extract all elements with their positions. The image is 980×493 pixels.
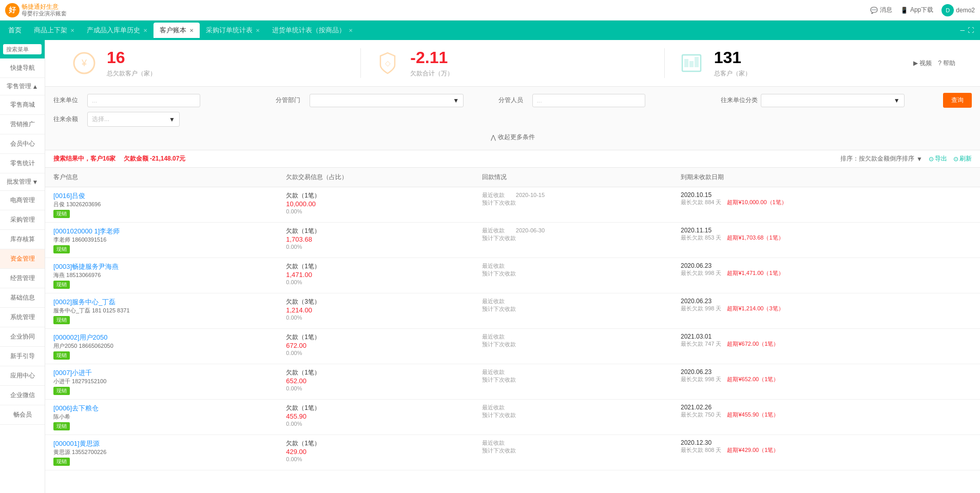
overdue-amount-7[interactable]: 429.00 bbox=[286, 448, 466, 456]
collapse-row[interactable]: ⋀ 收起更多条件 bbox=[53, 131, 972, 144]
source-unit-input[interactable]: ... bbox=[87, 94, 200, 107]
sidebar-item-ops-mgmt[interactable]: 经营管理 bbox=[0, 269, 45, 288]
sidebar-item-inventory[interactable]: 库存核算 bbox=[0, 230, 45, 249]
sidebar-item-finance[interactable]: 资金管理 bbox=[0, 249, 45, 269]
overdue-amount-6[interactable]: 455.90 bbox=[286, 412, 466, 420]
balance-select[interactable]: 选择... ▼ bbox=[87, 112, 180, 127]
next-pay-label-7: 预计下次收款 bbox=[482, 447, 664, 455]
overdue-days-1: 最长欠款 853 天 超期¥1,703.68（1笔） bbox=[681, 234, 972, 242]
data-table: 客户信息 欠款交易信息（占比） 回款情况 到期未收款日期 [0016]吕俊 吕俊… bbox=[45, 168, 980, 470]
overdue-link-0[interactable]: 超期¥10,000.00（1笔） bbox=[727, 199, 786, 205]
customer-name-7[interactable]: [000001]黄思源 bbox=[53, 439, 270, 448]
filter-unit-class-label: 往来单位分类 bbox=[721, 96, 758, 105]
export-button[interactable]: ⊙ 导出 bbox=[929, 154, 947, 163]
stat-value-total-customers: 131 bbox=[714, 48, 751, 67]
sidebar-item-members[interactable]: 会员中心 bbox=[0, 134, 45, 154]
sidebar-item-retail-stats[interactable]: 零售统计 bbox=[0, 154, 45, 173]
tab-home[interactable]: 首页 bbox=[2, 23, 28, 38]
sidebar-item-app-center[interactable]: 应用中心 bbox=[0, 366, 45, 386]
user-btn[interactable]: D demo2 bbox=[941, 4, 975, 16]
overdue-link-6[interactable]: 超期¥455.90（1笔） bbox=[727, 411, 779, 418]
cell-overdue-0: 欠款（1笔） 10,000.00 0.00% bbox=[278, 187, 474, 223]
customer-phone-5: 小进千 18279152100 bbox=[53, 378, 270, 385]
tab-inbound-stats[interactable]: 进货单统计表（按商品） ✕ bbox=[266, 23, 359, 38]
table-row: [0001020000 1]李老师 李老师 18600391516 现销 欠款（… bbox=[45, 223, 980, 258]
sidebar-item-basic-info[interactable]: 基础信息 bbox=[0, 288, 45, 308]
tab-purchase-order[interactable]: 采购订单统计表 ✕ bbox=[200, 23, 266, 38]
customer-name-4[interactable]: [000002]用户2050 bbox=[53, 333, 270, 342]
cell-due-date-1: 2020.11.15 最长欠款 853 天 超期¥1,703.68（1笔） bbox=[672, 223, 980, 258]
stat-label-overdue-customers: 总欠款客户（家） bbox=[107, 69, 156, 78]
overdue-link-7[interactable]: 超期¥429.00（1笔） bbox=[727, 447, 779, 453]
search-input[interactable] bbox=[3, 44, 42, 54]
close-icon[interactable]: ✕ bbox=[70, 28, 74, 33]
close-icon[interactable]: ✕ bbox=[349, 28, 353, 33]
overdue-amount-1[interactable]: 1,703.68 bbox=[286, 235, 466, 243]
overdue-pct-2: 0.00% bbox=[286, 279, 302, 285]
sidebar-item-label: 零售商城 bbox=[0, 101, 45, 109]
overdue-amount-5[interactable]: 652.00 bbox=[286, 377, 466, 385]
search-button[interactable]: 查询 bbox=[943, 93, 972, 108]
overdue-link-1[interactable]: 超期¥1,703.68（1笔） bbox=[727, 234, 783, 241]
sidebar-item-enterprise-collab[interactable]: 企业协同 bbox=[0, 327, 45, 347]
mobile-icon: 📱 bbox=[900, 7, 908, 14]
sidebar-item-retail-store[interactable]: 零售商城 bbox=[0, 95, 45, 115]
help-btn[interactable]: ? 帮助 bbox=[938, 59, 955, 68]
refresh-button[interactable]: ⊙ 刷新 bbox=[953, 154, 972, 163]
overdue-link-3[interactable]: 超期¥1,214.00（3笔） bbox=[727, 305, 783, 311]
customer-name-1[interactable]: [0001020000 1]李老师 bbox=[53, 227, 270, 236]
sort-label: 排序：按欠款金额倒序排序 bbox=[840, 154, 914, 163]
unit-class-select[interactable]: ▼ bbox=[761, 94, 905, 107]
overdue-link-5[interactable]: 超期¥652.00（1笔） bbox=[727, 376, 779, 382]
customer-name-6[interactable]: [0006]去下粮仓 bbox=[53, 404, 270, 413]
overdue-pct-5: 0.00% bbox=[286, 385, 302, 391]
overdue-amount-0[interactable]: 10,000.00 bbox=[286, 200, 466, 208]
overdue-amount-2[interactable]: 1,471.00 bbox=[286, 271, 466, 279]
app-download-btn[interactable]: 📱 App下载 bbox=[900, 6, 933, 14]
overdue-text-6: 欠款（1笔） bbox=[286, 404, 466, 412]
overdue-days-2: 最长欠款 998 天 超期¥1,471.00（1笔） bbox=[681, 269, 972, 277]
close-icon[interactable]: ✕ bbox=[189, 28, 194, 33]
close-icon[interactable]: ✕ bbox=[143, 28, 147, 33]
sidebar-item-label: 企业微信 bbox=[0, 391, 45, 400]
tab-product-status[interactable]: 商品上下架 ✕ bbox=[28, 23, 81, 38]
sidebar-item-new-guide[interactable]: 新手引导 bbox=[0, 347, 45, 366]
close-icon[interactable]: ✕ bbox=[256, 28, 260, 33]
last-pay-label-3: 最近收款 bbox=[482, 298, 664, 305]
cell-recovery-6: 最近收款 预计下次收款 bbox=[474, 400, 672, 435]
customer-tag-1: 现销 bbox=[53, 245, 70, 253]
sidebar-item-marketing[interactable]: 营销推广 bbox=[0, 115, 45, 134]
tab-customer-account[interactable]: 客户账本 ✕ bbox=[153, 23, 200, 38]
overdue-amount-3[interactable]: 1,214.00 bbox=[286, 306, 466, 314]
sidebar-item-retail-mgmt[interactable]: 零售管理 ▲ bbox=[0, 78, 45, 95]
export-label: 导出 bbox=[935, 154, 947, 163]
sidebar-item-purchase-mgmt[interactable]: 采购管理 bbox=[0, 210, 45, 230]
cell-customer-1: [0001020000 1]李老师 李老师 18600391516 现销 bbox=[45, 223, 278, 258]
logo-area: 好 畅捷通好生意 母婴行业演示账套 bbox=[5, 3, 87, 17]
maximize-icon[interactable]: ⛶ bbox=[968, 27, 974, 34]
sidebar-item-ecommerce[interactable]: 电商管理 bbox=[0, 191, 45, 210]
overdue-link-4[interactable]: 超期¥672.00（1笔） bbox=[727, 341, 779, 347]
customer-name-3[interactable]: [0002]服务中心_丁磊 bbox=[53, 298, 270, 307]
sidebar-item-vip-member[interactable]: 畅会员 bbox=[0, 405, 45, 425]
last-pay-label-4: 最近收款 bbox=[482, 333, 664, 341]
customer-name-2[interactable]: [0003]畅捷服务尹海燕 bbox=[53, 262, 270, 271]
dept-select[interactable]: ▼ bbox=[310, 94, 464, 107]
sidebar-item-label: 营销推广 bbox=[0, 120, 45, 129]
cell-due-date-7: 2020.12.30 最长欠款 808 天 超期¥429.00（1笔） bbox=[672, 435, 980, 470]
person-input[interactable]: ... bbox=[532, 94, 645, 107]
customer-name-0[interactable]: [0016]吕俊 bbox=[53, 191, 270, 201]
overdue-link-2[interactable]: 超期¥1,471.00（1笔） bbox=[727, 270, 783, 276]
sidebar-item-sys-mgmt[interactable]: 系统管理 bbox=[0, 308, 45, 327]
customer-name-5[interactable]: [0007]小进千 bbox=[53, 368, 270, 378]
sidebar-item-wholesale-mgmt[interactable]: 批发管理 ▼ bbox=[0, 173, 45, 191]
tab-product-history[interactable]: 产成品入库单历史 ✕ bbox=[81, 23, 153, 38]
video-btn[interactable]: ▶ 视频 bbox=[913, 59, 932, 68]
sidebar-item-enterprise-wechat[interactable]: 企业微信 bbox=[0, 386, 45, 405]
sort-dropdown[interactable]: 排序：按欠款金额倒序排序 ▼ bbox=[840, 154, 923, 163]
message-btn[interactable]: 💬 消息 bbox=[870, 6, 892, 14]
sidebar-item-quick-nav[interactable]: 快捷导航 bbox=[0, 58, 45, 78]
minimize-icon[interactable]: ─ bbox=[960, 27, 965, 34]
overdue-amount-4[interactable]: 672.00 bbox=[286, 342, 466, 349]
sidebar-item-label: 应用中心 bbox=[0, 371, 45, 380]
